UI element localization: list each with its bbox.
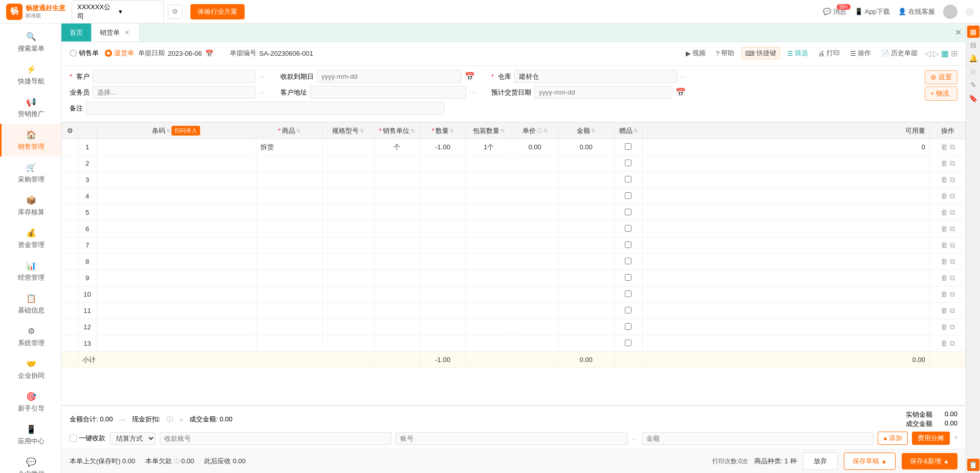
shortcut-btn[interactable]: ⌨ 快捷键 <box>742 47 780 59</box>
row-1-delete-icon[interactable]: 🗑 <box>941 143 948 151</box>
row-1-unit[interactable]: 个 <box>374 139 420 155</box>
history-btn[interactable]: 📄 历史单据 <box>878 48 921 59</box>
copy-icon[interactable]: ⧉ <box>950 257 955 266</box>
fee-split-btn[interactable]: 费用分摊 <box>912 432 950 445</box>
price-sort-icon[interactable]: ⇅ <box>543 128 548 133</box>
fee-help-icon[interactable]: ? <box>954 435 957 442</box>
rp-bell-icon[interactable]: 🔔 <box>967 52 979 64</box>
scan-btn[interactable]: 扫码录入 <box>171 126 200 136</box>
sidebar-item-wechat[interactable]: 💬 企业微信 <box>0 451 61 473</box>
sidebar-item-finance[interactable]: 💰 资金管理 <box>0 222 61 255</box>
delete-icon[interactable]: 🗑 <box>941 274 948 282</box>
rp-edit-icon[interactable]: ✎ <box>967 79 979 91</box>
add-payment-btn[interactable]: ● 添加 <box>878 432 908 445</box>
customer-address-input[interactable] <box>310 86 466 99</box>
gift-sort-icon[interactable]: ⇅ <box>634 128 638 133</box>
barcode-sort-icon[interactable]: ⇅ <box>166 128 170 133</box>
copy-icon[interactable]: ⧉ <box>950 175 955 184</box>
sidebar-item-sales[interactable]: 🏠 销售管理 <box>0 124 61 156</box>
delete-icon[interactable]: 🗑 <box>941 306 948 315</box>
user-avatar[interactable] <box>943 5 957 19</box>
list-view-icon[interactable]: ▦ <box>941 49 949 58</box>
due-date-calendar-icon[interactable]: 📅 <box>465 72 475 81</box>
copy-icon[interactable]: ⧉ <box>950 224 955 233</box>
due-date-input[interactable] <box>317 70 462 83</box>
actions-btn[interactable]: ☰ 操作 <box>847 48 874 59</box>
spec-sort-icon[interactable]: ⇅ <box>360 128 364 133</box>
account-num-input[interactable] <box>396 432 627 445</box>
salesperson-dots-icon[interactable]: ··· <box>258 88 264 96</box>
user-menu-icon[interactable] <box>966 8 974 16</box>
copy-icon[interactable]: ⧉ <box>950 274 955 282</box>
company-selector[interactable]: XXXXXX公司 ▾ <box>72 0 164 24</box>
video-btn[interactable]: ▶ 视频 <box>683 48 709 59</box>
date-calendar-icon[interactable]: 📅 <box>205 50 213 57</box>
delete-icon[interactable]: 🗑 <box>941 290 948 299</box>
filter-btn[interactable]: ☰ 筛选 <box>784 48 811 59</box>
delete-icon[interactable]: 🗑 <box>941 175 948 184</box>
rp-list-icon[interactable]: ⊟ <box>967 39 979 51</box>
sidebar-item-purchase[interactable]: 🛒 采购管理 <box>0 156 61 189</box>
one-click-payment-checkbox[interactable]: 一键收款 <box>70 434 105 443</box>
copy-icon[interactable]: ⧉ <box>950 241 955 250</box>
account-input[interactable] <box>160 432 391 445</box>
warehouse-input[interactable] <box>514 70 677 83</box>
sidebar-item-basic-info[interactable]: 📋 基础信息 <box>0 287 61 320</box>
rp-orange-icon[interactable]: 📋 <box>967 459 979 471</box>
sidebar-item-inventory[interactable]: 📦 库存核算 <box>0 189 61 222</box>
qty-sort-icon[interactable]: ⇅ <box>450 128 454 133</box>
rp-bookmark-icon[interactable]: 🔖 <box>967 92 979 104</box>
app-download-btn[interactable]: 📱 App下载 <box>855 7 890 16</box>
row-1-price[interactable]: 0.00 <box>512 139 558 155</box>
draft-btn[interactable]: 保存草稿 ▲ <box>844 453 896 470</box>
sidebar-item-operations[interactable]: 📊 经营管理 <box>0 255 61 287</box>
remark-input[interactable] <box>86 102 444 115</box>
copy-icon[interactable]: ⧉ <box>950 306 955 315</box>
price-info-icon[interactable]: ⓘ <box>537 127 542 134</box>
customer-dots-icon[interactable]: ··· <box>258 73 264 80</box>
sidebar-item-enterprise[interactable]: 🤝 企业协同 <box>0 353 61 386</box>
expected-delivery-input[interactable] <box>534 86 672 99</box>
pack-sort-icon[interactable]: ⇅ <box>500 128 505 133</box>
customer-input[interactable] <box>93 70 255 83</box>
row-1-pack-qty[interactable]: 1个 <box>466 139 512 155</box>
row-1-copy-icon[interactable]: ⧉ <box>950 143 955 151</box>
sidebar-item-guide[interactable]: 🎯 新手引导 <box>0 386 61 418</box>
help-btn[interactable]: ? 帮助 <box>713 48 737 59</box>
amount-dots-icon[interactable]: ··· <box>632 435 638 442</box>
settings-action-btn[interactable]: ⚙ 设置 <box>925 70 957 84</box>
tab-sales-order[interactable]: 销货单 ✕ <box>92 24 140 41</box>
copy-icon[interactable]: ⧉ <box>950 159 955 168</box>
rp-table-icon[interactable]: ▦ <box>967 26 979 38</box>
short-info-icon[interactable]: ⓘ <box>174 458 180 464</box>
sidebar-item-search[interactable]: 🔍 搜索菜单 <box>0 26 61 58</box>
address-dots-icon[interactable]: ··· <box>469 88 475 96</box>
product-sort-icon[interactable]: ⇅ <box>296 128 300 133</box>
row-1-spec[interactable] <box>322 139 374 155</box>
delete-icon[interactable]: 🗑 <box>941 257 948 266</box>
sidebar-item-app-center[interactable]: 📱 应用中心 <box>0 418 61 451</box>
discard-btn[interactable]: 放弃 <box>803 453 838 470</box>
next-icon[interactable]: ▷ <box>933 49 939 58</box>
copy-icon[interactable]: ⧉ <box>950 290 955 299</box>
settings-icon[interactable]: ⚙ <box>168 5 182 19</box>
copy-icon[interactable]: ⧉ <box>950 208 955 217</box>
delete-icon[interactable]: 🗑 <box>941 159 948 168</box>
logistics-btn[interactable]: + 物流 <box>925 86 957 101</box>
copy-icon[interactable]: ⧉ <box>950 192 955 200</box>
copy-icon[interactable]: ⧉ <box>950 339 955 348</box>
amount-sort-icon[interactable]: ⇅ <box>591 128 595 133</box>
rp-star-icon[interactable]: ☆ <box>967 65 979 78</box>
row-1-settings[interactable] <box>62 139 78 155</box>
sidebar-item-quick-nav[interactable]: ⚡ 快捷导航 <box>0 58 61 91</box>
row-1-amount[interactable]: 0.00 <box>558 139 614 155</box>
delete-icon[interactable]: 🗑 <box>941 241 948 250</box>
cash-discount-info-icon[interactable]: ⓘ <box>166 415 173 424</box>
row-1-gift[interactable] <box>614 139 642 155</box>
online-service-btn[interactable]: 👤 在线客服 <box>898 7 935 16</box>
row-1-qty[interactable]: -1.00 <box>420 139 466 155</box>
print-btn[interactable]: 🖨 打印 <box>815 48 843 59</box>
experience-btn[interactable]: 体验行业方案 <box>190 4 245 19</box>
delivery-calendar-icon[interactable]: 📅 <box>676 87 686 97</box>
sidebar-item-marketing[interactable]: 📢 营销推广 <box>0 91 61 124</box>
